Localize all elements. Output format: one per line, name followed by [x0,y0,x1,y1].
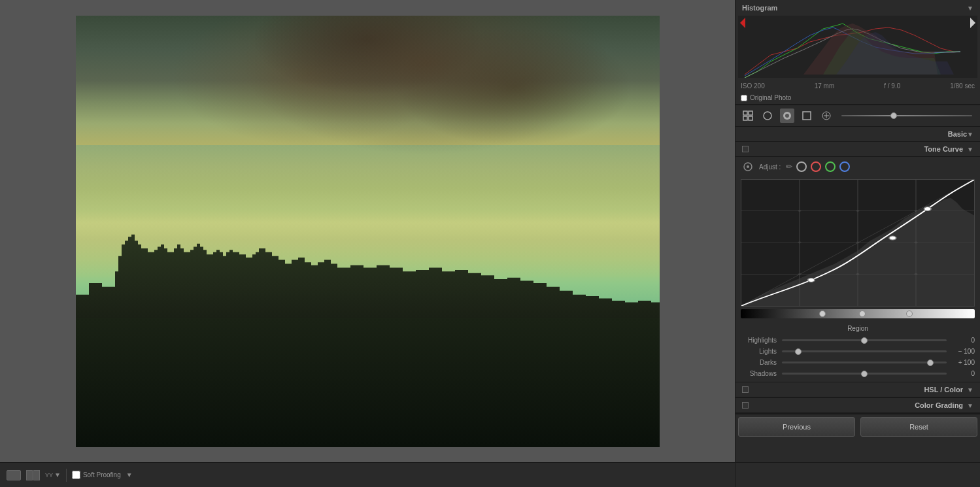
lights-slider-row: Lights − 100 [735,346,980,357]
original-photo-checkbox[interactable] [741,95,747,101]
split-view-buttons [26,470,40,480]
reset-button[interactable]: Reset [860,417,977,437]
svg-point-29 [798,242,801,244]
single-view-button[interactable] [7,470,21,480]
histogram-section: Histogram ▼ [735,0,980,105]
shutter-info: 1/80 sec [950,82,975,90]
curve-shadow-handle[interactable] [819,311,826,317]
basic-section-header[interactable]: Basic ▼ [735,127,980,142]
basic-arrow: ▼ [967,131,973,138]
highlights-value: 0 [952,337,975,344]
circle-thin-icon-svg [821,110,832,121]
soft-proofing-label: Soft Proofing [83,471,121,479]
hsl-arrow: ▼ [967,386,973,394]
reference-view-group: YY ▼ [45,471,61,479]
tone-curve-title: Tone Curve [924,145,963,153]
curve-range-slider[interactable] [741,309,975,318]
soft-proofing-toggle[interactable]: Soft Proofing [72,471,121,479]
tool-icons-row [735,105,980,127]
tone-curve-section: Tone Curve ▼ Adjust : ✏ [735,142,980,382]
yy-label: YY [45,472,53,479]
square-tool-icon[interactable] [800,109,814,123]
green-channel-icon[interactable] [825,161,836,172]
darks-track[interactable] [782,361,947,363]
svg-point-37 [924,207,931,211]
lights-thumb[interactable] [795,348,802,355]
histogram-graph [738,16,977,78]
footer-buttons: Previous Reset [735,414,980,439]
pencil-channel-icon[interactable]: ✏ [786,162,792,171]
toolbar-separator [66,469,67,482]
shadow-clipping-indicator[interactable] [740,18,745,28]
panel-bottom-area [735,463,980,487]
circle-outline-tool-icon[interactable] [760,109,775,123]
shadows-value: 0 [952,370,975,377]
color-grading-header-left [742,402,749,409]
highlight-clipping-indicator[interactable] [970,18,975,28]
adjust-label: Adjust : [759,163,781,171]
tool-slider[interactable] [839,115,975,116]
aperture-info: f / 9.0 [884,82,900,90]
curve-midtone-handle[interactable] [859,311,866,317]
tone-curve-collapse[interactable] [742,146,749,152]
highlights-track[interactable] [782,339,947,341]
original-photo-toggle[interactable]: Original Photo [741,94,791,101]
photo-area [0,0,735,462]
svg-point-16 [747,165,749,168]
svg-point-33 [856,273,859,275]
svg-point-35 [807,278,815,282]
lights-label: Lights [741,348,777,355]
darks-label: Darks [741,359,777,366]
city-svg [76,210,660,318]
circle-filled-tool-icon[interactable] [780,109,794,123]
histogram-header: Histogram ▼ [735,0,980,16]
svg-point-26 [798,210,801,212]
shadows-track[interactable] [782,373,947,375]
tone-curve-header[interactable]: Tone Curve ▼ [735,142,980,157]
split-right-button[interactable] [33,470,40,480]
svg-point-34 [914,273,917,275]
svg-point-32 [798,273,801,275]
photo-bottom-toolbar: YY ▼ Soft Proofing ▼ [0,463,735,487]
previous-button[interactable]: Previous [738,417,855,437]
svg-point-36 [889,236,896,240]
histogram-svg [738,16,977,78]
tone-curve-arrow: ▼ [967,146,973,153]
hsl-header[interactable]: HSL / Color ▼ [735,382,980,397]
shadows-thumb[interactable] [861,371,868,377]
grid-tool-icon[interactable] [741,109,755,123]
tone-curve-svg [741,180,974,306]
circle-thin-tool-icon[interactable] [819,109,834,123]
soft-proofing-checkbox[interactable] [72,471,80,479]
soft-proofing-chevron[interactable]: ▼ [126,471,133,479]
lights-track[interactable] [782,350,947,352]
photo-canvas [76,16,660,447]
tone-curve-adjust-row: Adjust : ✏ [735,157,980,176]
highlights-thumb[interactable] [861,337,868,344]
svg-point-27 [856,210,859,212]
curve-highlight-handle[interactable] [906,311,913,317]
hsl-section: HSL / Color ▼ [735,382,980,398]
color-grading-header[interactable]: Color Grading ▼ [735,398,980,413]
blue-channel-icon[interactable] [839,161,850,172]
darks-value: + 100 [952,359,975,366]
color-grading-collapse[interactable] [742,402,749,409]
rgb-channel-icon[interactable] [796,161,807,172]
right-panel: Histogram ▼ [735,0,980,462]
svg-point-30 [856,242,859,244]
svg-marker-0 [76,234,660,317]
yy-chevron[interactable]: ▼ [54,471,61,479]
color-grading-section: Color Grading ▼ [735,398,980,414]
shadows-label: Shadows [741,370,777,377]
darks-thumb[interactable] [927,360,934,366]
circle-outline-icon-svg [762,110,773,121]
photo-background [76,16,660,447]
svg-point-10 [785,114,789,118]
highlights-label: Highlights [741,337,777,344]
hsl-collapse[interactable] [742,386,749,393]
split-left-button[interactable] [26,470,33,480]
red-channel-icon[interactable] [811,161,821,172]
tone-curve-graph[interactable] [741,179,975,307]
target-adjustment-icon[interactable] [742,161,754,173]
color-grading-title: Color Grading [915,401,963,409]
